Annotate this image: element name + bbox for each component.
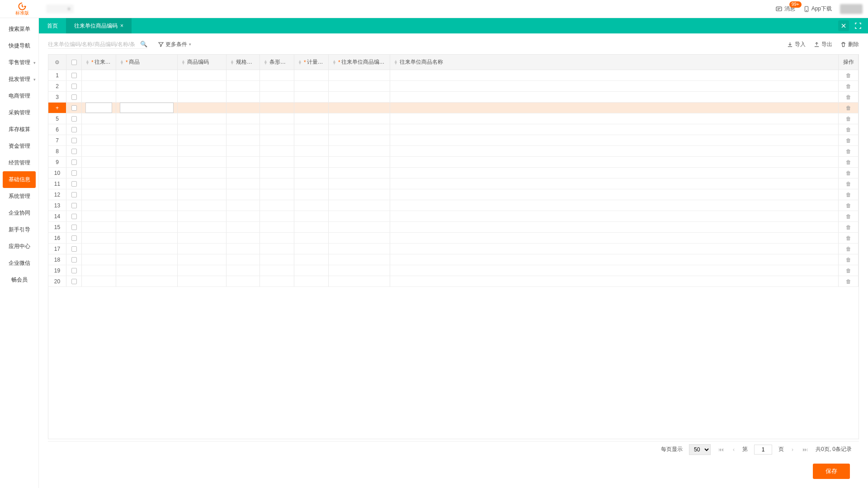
cell-spec[interactable] xyxy=(226,211,260,221)
trash-icon[interactable]: 🗑 xyxy=(846,116,851,122)
row-checkbox[interactable] xyxy=(71,214,77,219)
sidebar-item-10[interactable]: 系统管理 xyxy=(0,188,38,205)
cell-spec[interactable] xyxy=(226,70,260,80)
cell-code[interactable] xyxy=(178,135,226,145)
cell-product[interactable] xyxy=(116,113,178,124)
cell-unit[interactable] xyxy=(82,189,116,200)
sidebar-item-12[interactable]: 新手引导 xyxy=(0,221,38,238)
cell-code[interactable] xyxy=(178,157,226,167)
row-checkbox[interactable] xyxy=(71,181,77,187)
cell-unit[interactable] xyxy=(82,200,116,211)
sidebar-item-2[interactable]: 零售管理▾ xyxy=(0,54,38,71)
cell-ucode[interactable] xyxy=(329,189,390,200)
sidebar-item-0[interactable]: 搜索菜单 xyxy=(0,21,38,38)
cell-measure[interactable] xyxy=(294,70,329,80)
table-row[interactable]: 9🗑 xyxy=(48,157,859,168)
trash-icon[interactable]: 🗑 xyxy=(846,148,851,155)
cell-barcode[interactable] xyxy=(260,103,294,113)
cell-spec[interactable] xyxy=(226,168,260,178)
cell-ucode[interactable] xyxy=(329,81,390,91)
cell-spec[interactable] xyxy=(226,103,260,113)
cell-uname[interactable] xyxy=(390,113,839,124)
table-row[interactable]: 16🗑 xyxy=(48,233,859,244)
row-checkbox[interactable] xyxy=(71,105,77,111)
sidebar-item-9[interactable]: 基础信息 xyxy=(3,171,36,188)
org-selector[interactable]: ▾ xyxy=(46,5,74,13)
cell-unit[interactable] xyxy=(82,276,116,286)
cell-measure[interactable] xyxy=(294,81,329,91)
tabbar-close-button[interactable] xyxy=(838,20,849,31)
row-checkbox[interactable] xyxy=(71,94,77,100)
cell-ucode[interactable] xyxy=(329,157,390,167)
cell-spec[interactable] xyxy=(226,244,260,254)
row-checkbox[interactable] xyxy=(71,246,77,252)
cell-code[interactable] xyxy=(178,200,226,211)
cell-product[interactable] xyxy=(116,146,178,156)
cell-measure[interactable] xyxy=(294,157,329,167)
save-button[interactable]: 保存 xyxy=(813,464,850,479)
cell-code[interactable] xyxy=(178,178,226,189)
trash-icon[interactable]: 🗑 xyxy=(846,224,851,230)
cell-uname[interactable] xyxy=(390,168,839,178)
cell-product[interactable] xyxy=(116,103,178,113)
cell-code[interactable] xyxy=(178,92,226,102)
th-ucode[interactable]: ▲▼*往来单位商品编… xyxy=(329,55,390,70)
sidebar-item-1[interactable]: 快捷导航 xyxy=(0,38,38,54)
messages-button[interactable]: 消息 99+ xyxy=(775,5,795,13)
trash-icon[interactable]: 🗑 xyxy=(846,159,851,165)
trash-icon[interactable]: 🗑 xyxy=(846,94,851,100)
cell-unit[interactable] xyxy=(82,222,116,232)
cell-unit[interactable] xyxy=(82,254,116,265)
cell-measure[interactable] xyxy=(294,222,329,232)
cell-spec[interactable] xyxy=(226,254,260,265)
row-checkbox[interactable] xyxy=(71,149,77,154)
cell-measure[interactable] xyxy=(294,146,329,156)
cell-code[interactable] xyxy=(178,189,226,200)
cell-unit[interactable] xyxy=(82,92,116,102)
cell-code[interactable] xyxy=(178,211,226,221)
cell-measure[interactable] xyxy=(294,233,329,243)
cell-uname[interactable] xyxy=(390,157,839,167)
th-settings[interactable] xyxy=(48,55,66,70)
trash-icon[interactable]: 🗑 xyxy=(846,137,851,144)
cell-uname[interactable] xyxy=(390,81,839,91)
cell-unit[interactable] xyxy=(82,135,116,145)
cell-barcode[interactable] xyxy=(260,233,294,243)
cell-uname[interactable] xyxy=(390,178,839,189)
cell-product[interactable] xyxy=(116,244,178,254)
cell-uname[interactable] xyxy=(390,200,839,211)
trash-icon[interactable]: 🗑 xyxy=(846,192,851,198)
cell-uname[interactable] xyxy=(390,70,839,80)
trash-icon[interactable]: 🗑 xyxy=(846,257,851,263)
trash-icon[interactable]: 🗑 xyxy=(846,235,851,241)
sidebar-item-14[interactable]: 企业微信 xyxy=(0,255,38,272)
page-input[interactable] xyxy=(754,445,772,455)
cell-barcode[interactable] xyxy=(260,124,294,135)
cell-unit[interactable] xyxy=(82,81,116,91)
cell-product[interactable] xyxy=(116,222,178,232)
cell-spec[interactable] xyxy=(226,200,260,211)
sidebar-item-8[interactable]: 经营管理 xyxy=(0,155,38,171)
table-row[interactable]: 17🗑 xyxy=(48,244,859,254)
th-checkbox[interactable] xyxy=(66,55,82,70)
cell-measure[interactable] xyxy=(294,211,329,221)
table-row[interactable]: 2🗑 xyxy=(48,81,859,92)
cell-code[interactable] xyxy=(178,70,226,80)
th-measure[interactable]: ▲▼*计量… xyxy=(294,55,329,70)
cell-unit[interactable] xyxy=(82,244,116,254)
row-checkbox[interactable] xyxy=(71,160,77,165)
cell-spec[interactable] xyxy=(226,233,260,243)
table-row[interactable]: 7🗑 xyxy=(48,135,859,146)
cell-ucode[interactable] xyxy=(329,233,390,243)
cell-uname[interactable] xyxy=(390,233,839,243)
cell-spec[interactable] xyxy=(226,146,260,156)
row-checkbox[interactable] xyxy=(71,170,77,176)
table-row[interactable]: 3🗑 xyxy=(48,92,859,103)
cell-measure[interactable] xyxy=(294,200,329,211)
trash-icon[interactable]: 🗑 xyxy=(846,213,851,220)
cell-code[interactable] xyxy=(178,124,226,135)
cell-product[interactable] xyxy=(116,157,178,167)
cell-ucode[interactable] xyxy=(329,244,390,254)
app-download-button[interactable]: App下载 xyxy=(803,5,832,13)
trash-icon[interactable]: 🗑 xyxy=(846,105,851,111)
